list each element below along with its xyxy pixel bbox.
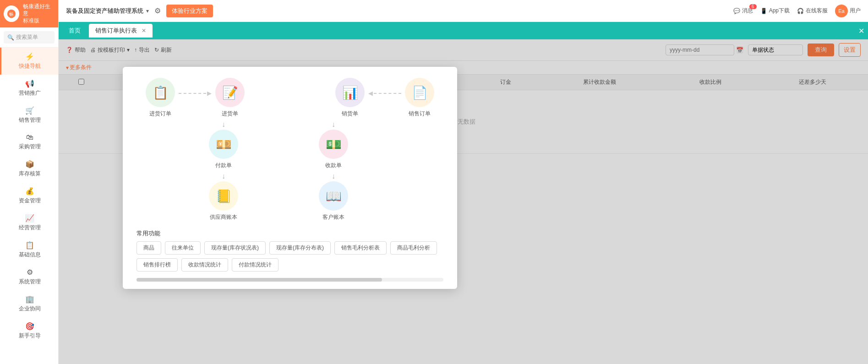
- message-icon: 💬: [733, 8, 740, 14]
- message-button[interactable]: 💬 消息 6: [733, 7, 753, 15]
- common-btn-stock-dist[interactable]: 现存量(库存分布表): [269, 241, 331, 255]
- search-menu-button[interactable]: 🔍 搜索菜单: [4, 31, 55, 43]
- purchase-node[interactable]: 📝 进货单: [215, 78, 245, 118]
- sidebar-item-purchase[interactable]: 🛍 采购管理: [0, 129, 58, 155]
- content-area: ❓ 帮助 🖨 按模板打印 ▾ ↑ 导出 ↻ 刷新: [59, 39, 868, 364]
- message-badge: 6: [749, 4, 757, 9]
- purchase-circle: 📝: [215, 78, 245, 107]
- sidebar-item-enterprise[interactable]: 🏢 企业协同: [0, 290, 58, 317]
- tab-home[interactable]: 首页: [62, 24, 87, 38]
- receipt-icon: 💵: [326, 137, 342, 152]
- sidebar-item-basic[interactable]: 📋 基础信息: [0, 236, 58, 263]
- sidebar-item-newbie[interactable]: 🎯 新手引导: [0, 317, 58, 344]
- logo-text: 畅康通好生意 标准版: [23, 3, 55, 25]
- supplier-ledger-circle: 📒: [209, 181, 238, 211]
- customer-ledger-label: 客户账本: [322, 213, 344, 221]
- common-btn-counterpart[interactable]: 往来单位: [165, 241, 201, 255]
- sales-icon: 📊: [342, 85, 358, 100]
- payment-icon: 💴: [216, 137, 232, 152]
- common-btn-sales-rank[interactable]: 销售排行榜: [136, 258, 178, 272]
- sidebar-item-system[interactable]: ⚙ 系统管理: [0, 263, 58, 290]
- purchase-label: 进货单: [222, 110, 238, 118]
- down-arrow-purchase: ↓: [222, 120, 225, 129]
- sales-order-icon: 📄: [412, 85, 428, 100]
- enterprise-icon: 🏢: [25, 295, 34, 304]
- marketing-icon: 📢: [25, 79, 34, 88]
- common-btn-stock-status[interactable]: 现存量(库存状况表): [204, 241, 266, 255]
- sales-node[interactable]: 📊 销货单: [335, 78, 365, 118]
- experience-button[interactable]: 体验行业方案: [166, 5, 213, 17]
- sidebar-item-quick-nav[interactable]: ⚡ 快捷导航: [0, 48, 58, 75]
- arrow-right-1: ▶: [175, 90, 215, 106]
- purchase-order-icon: 📋: [153, 85, 169, 100]
- purchase-order-label: 进货订单: [149, 110, 171, 118]
- sidebar-item-sales[interactable]: 🛒 销售管理: [0, 102, 58, 129]
- newbie-icon: 🎯: [25, 322, 34, 331]
- common-btn-receipt-stats[interactable]: 收款情况统计: [181, 258, 228, 272]
- payment-node[interactable]: 💴 付款单: [209, 130, 238, 169]
- tab-sales-order[interactable]: 销售订单执行表 ✕: [89, 24, 153, 38]
- tab-close-main-icon[interactable]: ✕: [858, 27, 864, 35]
- purchase-icon: 📝: [222, 85, 238, 100]
- service-icon: 🎧: [797, 8, 804, 14]
- workflow-diagram: 📋 进货订单 ▶ 📝: [136, 78, 443, 227]
- logo-icon: 畅: [4, 5, 19, 22]
- purchase-order-circle: 📋: [146, 78, 175, 107]
- tabbar: 首页 销售订单执行表 ✕ ✕: [59, 22, 868, 39]
- svg-text:畅: 畅: [9, 12, 13, 16]
- sales-order-node[interactable]: 📄 销售订单: [405, 78, 434, 118]
- modal-overlay: 📋 进货订单 ▶ 📝: [59, 39, 868, 364]
- topbar-right: 💬 消息 6 📱 App下载 🎧 在线客服 Ea 用户: [733, 5, 861, 17]
- down-arrow-receipt: ↓: [332, 172, 335, 180]
- common-functions-section: 常用功能 商品 往来单位 现存量(库存状况表) 现存量(库存分布表) 销售毛利分…: [136, 229, 443, 272]
- scrollbar-thumb: [136, 278, 382, 282]
- purchase-icon: 🛍: [26, 133, 33, 141]
- download-icon: 📱: [760, 8, 767, 14]
- receipt-node[interactable]: 💵 收款单: [319, 130, 348, 169]
- user-menu[interactable]: Ea 用户: [835, 5, 861, 17]
- customer-ledger-circle: 📖: [319, 181, 348, 211]
- system-icon: ⚙: [27, 268, 33, 277]
- sidebar-item-inventory[interactable]: 📦 库存核算: [0, 155, 58, 182]
- sidebar-item-finance[interactable]: 💰 资金管理: [0, 182, 58, 209]
- settings-icon[interactable]: ⚙: [154, 6, 161, 15]
- system-dropdown[interactable]: ▾: [146, 8, 149, 14]
- supplier-ledger-label: 供应商账本: [210, 213, 237, 221]
- system-name: 装备及固定资产辅助管理系统 ▾: [66, 7, 149, 15]
- sidebar-item-marketing[interactable]: 📢 营销推广: [0, 75, 58, 102]
- down-arrow-sales: ↓: [332, 120, 335, 129]
- quick-nav-icon: ⚡: [25, 52, 34, 61]
- arrow-left-1: ◀: [365, 90, 405, 106]
- common-btn-payment-stats[interactable]: 付款情况统计: [232, 258, 278, 272]
- user-avatar: Ea: [835, 5, 848, 17]
- supplier-ledger-node[interactable]: 📒 供应商账本: [209, 181, 238, 221]
- common-btn-product-gross[interactable]: 商品毛利分析: [390, 241, 437, 255]
- sidebar-logo: 畅 畅康通好生意 标准版: [0, 0, 58, 27]
- sidebar-search[interactable]: 🔍 搜索菜单: [0, 27, 58, 48]
- sales-label: 销货单: [342, 110, 358, 118]
- operation-icon: 📈: [25, 214, 34, 223]
- app-download-button[interactable]: 📱 App下载: [760, 7, 790, 15]
- common-btn-sales-gross[interactable]: 销售毛利分析表: [334, 241, 387, 255]
- topbar: 装备及固定资产辅助管理系统 ▾ ⚙ 体验行业方案 💬 消息 6 📱 App下载 …: [59, 0, 868, 22]
- main-area: 装备及固定资产辅助管理系统 ▾ ⚙ 体验行业方案 💬 消息 6 📱 App下载 …: [59, 0, 868, 364]
- sidebar-item-operation[interactable]: 📈 经营管理: [0, 209, 58, 236]
- customer-ledger-node[interactable]: 📖 客户账本: [319, 181, 348, 221]
- modal-scrollbar[interactable]: [136, 278, 443, 282]
- purchase-order-node[interactable]: 📋 进货订单: [146, 78, 175, 118]
- payment-circle: 💴: [209, 130, 238, 159]
- common-buttons-group: 商品 往来单位 现存量(库存状况表) 现存量(库存分布表) 销售毛利分析表 商品…: [136, 241, 443, 272]
- down-arrow-payment: ↓: [222, 172, 225, 180]
- basic-icon: 📋: [25, 241, 34, 250]
- online-service-button[interactable]: 🎧 在线客服: [797, 7, 828, 15]
- sales-icon: 🛒: [25, 106, 34, 115]
- sales-order-label: 销售订单: [409, 110, 431, 118]
- common-btn-product[interactable]: 商品: [136, 241, 161, 255]
- payment-label: 付款单: [215, 162, 232, 169]
- receipt-circle: 💵: [319, 130, 348, 159]
- sidebar: 畅 畅康通好生意 标准版 🔍 搜索菜单 ⚡ 快捷导航 📢 营销推广 🛒: [0, 0, 59, 364]
- tab-close-icon[interactable]: ✕: [142, 27, 146, 34]
- common-functions-title: 常用功能: [136, 229, 443, 238]
- sidebar-nav: ⚡ 快捷导航 📢 营销推广 🛒 销售管理 🛍 采购管理 📦 库存核算 💰: [0, 48, 58, 364]
- customer-ledger-icon: 📖: [326, 189, 342, 204]
